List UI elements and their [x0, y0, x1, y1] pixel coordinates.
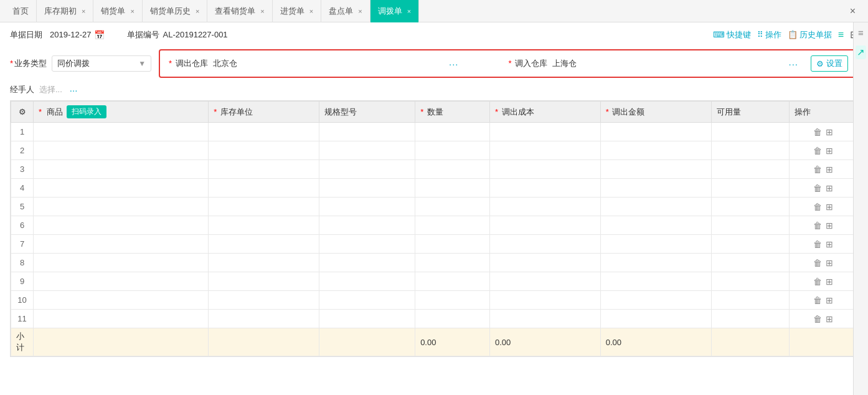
- row-available[interactable]: [711, 179, 789, 198]
- delete-row-button[interactable]: 🗑: [813, 295, 822, 305]
- row-transfer-amount[interactable]: [600, 160, 711, 179]
- copy-row-button[interactable]: ⊞: [826, 314, 833, 324]
- copy-row-button[interactable]: ⊞: [826, 202, 833, 212]
- row-available[interactable]: [711, 216, 789, 235]
- row-spec[interactable]: [319, 198, 415, 216]
- row-available[interactable]: [711, 123, 789, 141]
- close-tab-sales-history[interactable]: ×: [196, 7, 199, 15]
- close-tab-view-sales[interactable]: ×: [260, 7, 264, 15]
- row-product[interactable]: [34, 254, 209, 272]
- row-transfer-amount[interactable]: [600, 198, 711, 216]
- row-available[interactable]: [711, 254, 789, 272]
- delete-row-button[interactable]: 🗑: [813, 127, 822, 137]
- row-unit[interactable]: [209, 254, 319, 272]
- copy-row-button[interactable]: ⊞: [826, 258, 833, 268]
- row-unit[interactable]: [209, 310, 319, 328]
- row-product[interactable]: [34, 123, 209, 141]
- row-unit[interactable]: [209, 123, 319, 141]
- business-type-select[interactable]: 同价调拨 ▼: [52, 55, 151, 72]
- row-quantity[interactable]: [415, 179, 490, 198]
- row-transfer-cost[interactable]: [489, 141, 600, 160]
- row-quantity[interactable]: [415, 235, 490, 254]
- row-product[interactable]: [34, 235, 209, 254]
- close-tab-purchase-order[interactable]: ×: [309, 7, 313, 15]
- row-transfer-amount[interactable]: [600, 235, 711, 254]
- close-tab-inventory-init[interactable]: ×: [82, 7, 85, 15]
- row-unit[interactable]: [209, 160, 319, 179]
- copy-row-button[interactable]: ⊞: [826, 277, 833, 287]
- row-transfer-cost[interactable]: [489, 160, 600, 179]
- row-quantity[interactable]: [415, 141, 490, 160]
- close-tab-sales-order[interactable]: ×: [130, 7, 134, 15]
- row-product[interactable]: [34, 291, 209, 310]
- row-spec[interactable]: [319, 272, 415, 291]
- row-available[interactable]: [711, 160, 789, 179]
- row-transfer-cost[interactable]: [489, 198, 600, 216]
- row-available[interactable]: [711, 235, 789, 254]
- row-product[interactable]: [34, 216, 209, 235]
- table-settings-icon[interactable]: ⚙: [19, 107, 26, 117]
- handler-more-button[interactable]: ···: [70, 85, 78, 95]
- row-available[interactable]: [711, 198, 789, 216]
- row-spec[interactable]: [319, 179, 415, 198]
- row-quantity[interactable]: [415, 272, 490, 291]
- tab-sales-order[interactable]: 销货单 ×: [93, 0, 142, 22]
- row-unit[interactable]: [209, 291, 319, 310]
- row-quantity[interactable]: [415, 123, 490, 141]
- scan-entry-button[interactable]: 扫码录入: [67, 105, 106, 118]
- transfer-out-more-button[interactable]: ···: [449, 59, 459, 69]
- row-quantity[interactable]: [415, 198, 490, 216]
- row-quantity[interactable]: [415, 216, 490, 235]
- row-product[interactable]: [34, 310, 209, 328]
- row-available[interactable]: [711, 291, 789, 310]
- row-unit[interactable]: [209, 141, 319, 160]
- delete-row-button[interactable]: 🗑: [813, 258, 822, 268]
- operation-button[interactable]: ⠿ 操作: [757, 29, 781, 40]
- copy-row-button[interactable]: ⊞: [826, 127, 833, 137]
- row-product[interactable]: [34, 179, 209, 198]
- row-quantity[interactable]: [415, 254, 490, 272]
- delete-row-button[interactable]: 🗑: [813, 221, 822, 231]
- doc-date-field[interactable]: 2019-12-27 📅: [50, 30, 105, 40]
- delete-row-button[interactable]: 🗑: [813, 239, 822, 249]
- sidebar-list-icon[interactable]: ≡: [858, 27, 864, 38]
- settings-button[interactable]: ⚙ 设置: [811, 55, 848, 72]
- delete-row-button[interactable]: 🗑: [813, 183, 822, 193]
- tab-inventory-init[interactable]: 库存期初 ×: [37, 0, 93, 22]
- row-transfer-cost[interactable]: [489, 254, 600, 272]
- transfer-in-more-button[interactable]: ···: [788, 59, 798, 69]
- row-unit[interactable]: [209, 272, 319, 291]
- row-spec[interactable]: [319, 254, 415, 272]
- delete-row-button[interactable]: 🗑: [813, 164, 822, 174]
- copy-row-button[interactable]: ⊞: [826, 164, 833, 174]
- row-spec[interactable]: [319, 291, 415, 310]
- row-available[interactable]: [711, 272, 789, 291]
- row-transfer-amount[interactable]: [600, 216, 711, 235]
- row-spec[interactable]: [319, 141, 415, 160]
- close-tab-inventory-check[interactable]: ×: [358, 7, 362, 15]
- row-spec[interactable]: [319, 235, 415, 254]
- tab-inventory-check[interactable]: 盘点单 ×: [321, 0, 370, 22]
- copy-row-button[interactable]: ⊞: [826, 146, 833, 156]
- calendar-icon[interactable]: 📅: [94, 30, 105, 40]
- tab-purchase-order[interactable]: 进货单 ×: [273, 0, 321, 22]
- row-transfer-amount[interactable]: [600, 123, 711, 141]
- row-product[interactable]: [34, 141, 209, 160]
- row-transfer-amount[interactable]: [600, 291, 711, 310]
- copy-row-button[interactable]: ⊞: [826, 239, 833, 249]
- delete-row-button[interactable]: 🗑: [813, 146, 822, 156]
- row-spec[interactable]: [319, 160, 415, 179]
- copy-row-button[interactable]: ⊞: [826, 221, 833, 231]
- row-unit[interactable]: [209, 216, 319, 235]
- row-transfer-amount[interactable]: [600, 179, 711, 198]
- row-spec[interactable]: [319, 123, 415, 141]
- row-quantity[interactable]: [415, 310, 490, 328]
- tab-view-sales[interactable]: 查看销货单 ×: [207, 0, 272, 22]
- row-product[interactable]: [34, 160, 209, 179]
- sidebar-export-icon[interactable]: ↗: [856, 45, 866, 59]
- row-transfer-cost[interactable]: [489, 235, 600, 254]
- row-product[interactable]: [34, 272, 209, 291]
- delete-row-button[interactable]: 🗑: [813, 202, 822, 212]
- row-available[interactable]: [711, 141, 789, 160]
- tab-transfer-order[interactable]: 调拨单 ×: [370, 0, 419, 22]
